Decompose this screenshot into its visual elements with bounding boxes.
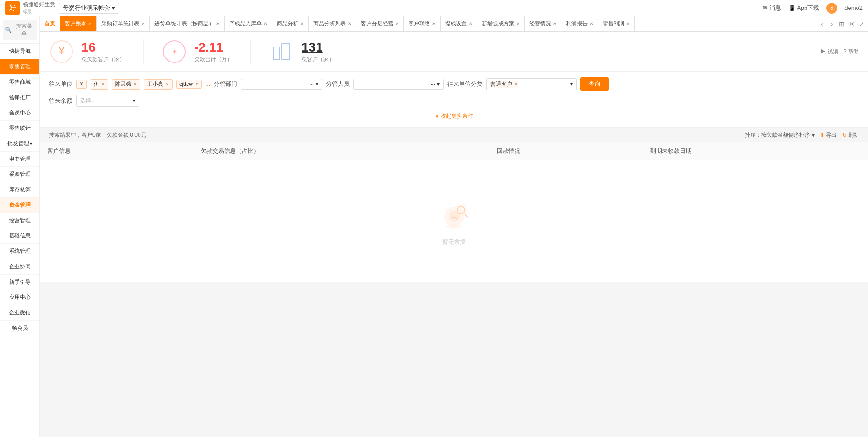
- filter-tag-wang: 王小亮 ✕: [144, 79, 173, 90]
- tab-retail-profit[interactable]: 零售利润 ✕: [598, 16, 635, 32]
- sidebar-item-basic-info[interactable]: 基础信息: [0, 228, 39, 244]
- tab-close-icon[interactable]: ✕: [395, 21, 399, 26]
- top-bar: 好 畅捷通好生意 标版 母婴行业演示帐套 ▾ ✉ 消息 📱 App下载 d de…: [0, 0, 868, 16]
- tab-close-icon[interactable]: ✕: [264, 21, 267, 26]
- tab-close-icon[interactable]: ✕: [516, 21, 520, 26]
- sidebar-item-vip[interactable]: 畅会员: [0, 321, 39, 336]
- sidebar-item-batch[interactable]: 批发管理 ▾: [0, 136, 39, 152]
- tab-menu-btn[interactable]: ⊞: [837, 19, 846, 28]
- tab-purchase-stats[interactable]: 进货单统计表（按商品） ✕: [150, 16, 225, 32]
- tab-ops[interactable]: 经营情况 ✕: [525, 16, 561, 32]
- tab-close-icon[interactable]: ✕: [216, 21, 220, 26]
- data-table: 客户信息 欠款交易信息（占比） 回款情况 到期未收款日期: [40, 142, 868, 282]
- message-btn[interactable]: ✉ 消息: [763, 4, 781, 12]
- sidebar-item-new-guide[interactable]: 新手引导: [0, 275, 39, 290]
- results-bar: 搜索结果中，客户0家 欠款金额 0.00元 排序：按欠款金额倒序排序 ▾ ⬆ 导…: [40, 128, 868, 142]
- tab-maximize-btn[interactable]: ⤢: [857, 19, 866, 28]
- query-button[interactable]: 查询: [580, 77, 609, 91]
- sort-select[interactable]: 排序：按欠款金额倒序排序 ▾: [745, 131, 815, 139]
- filter-tag-close-chen[interactable]: ✕: [133, 81, 137, 87]
- tab-next-btn[interactable]: ›: [827, 19, 836, 28]
- filter-tag-close-wu[interactable]: ✕: [101, 81, 105, 87]
- tab-production-inbound[interactable]: 产成品入库单 ✕: [225, 16, 272, 32]
- tab-close-icon[interactable]: ✕: [626, 21, 630, 26]
- filter-row-1: 往来单位 ✕ 伍 ✕ 陈民强 ✕ 王小亮 ✕: [49, 77, 859, 91]
- tab-new-raise[interactable]: 新增提成方案 ✕: [477, 16, 525, 32]
- tab-raise-settings[interactable]: 提成设置 ✕: [441, 16, 477, 32]
- empty-state: 暂无数据: [40, 160, 868, 282]
- svg-text:¥: ¥: [58, 45, 65, 57]
- tab-close-icon[interactable]: ✕: [348, 21, 351, 26]
- sort-chevron-icon: ▾: [812, 132, 815, 138]
- sidebar-item-marketing[interactable]: 营销推广: [0, 90, 39, 105]
- sidebar-item-inventory[interactable]: 库存核算: [0, 182, 39, 198]
- collapse-button[interactable]: ∧ 收起更多条件: [49, 110, 859, 122]
- sidebar-item-enterprise-wechat[interactable]: 企业微信: [0, 305, 39, 321]
- tenant-select[interactable]: 母婴行业演示帐套 ▾: [59, 3, 119, 14]
- app-download-btn[interactable]: 📱 App下载: [788, 4, 819, 12]
- sidebar-item-ops[interactable]: 经营管理: [0, 213, 39, 228]
- sidebar-item-member[interactable]: 会员中心: [0, 105, 39, 121]
- stat-icon-debt: ✦: [162, 39, 187, 64]
- tab-purchase-order[interactable]: 采购订单统计表 ✕: [97, 16, 150, 32]
- col-overdue-date: 到期未收款日期: [643, 142, 868, 160]
- person-more-icon: ···: [431, 81, 435, 87]
- tab-prev-btn[interactable]: ‹: [817, 19, 826, 28]
- filter-tag-close-unit[interactable]: ✕: [79, 81, 84, 87]
- unit-category-tag-close[interactable]: ✕: [514, 81, 518, 87]
- sidebar-item-app-center[interactable]: 应用中心: [0, 290, 39, 305]
- tab-product-analysis-list[interactable]: 商品分析列表 ✕: [309, 16, 356, 32]
- filter-tag-close-cjt[interactable]: ✕: [195, 81, 199, 87]
- tab-close-icon[interactable]: ✕: [141, 21, 145, 26]
- sidebar-item-retail-manage[interactable]: 零售管理: [0, 59, 39, 75]
- filter-more-btn[interactable]: ...: [206, 81, 210, 87]
- tab-customer-book[interactable]: 客户账本 ✕: [60, 16, 97, 32]
- person-dropdown[interactable]: ··· ▾: [353, 79, 444, 90]
- video-icon: ▶: [820, 48, 826, 55]
- results-summary: 搜索结果中，客户0家 欠款金额 0.00元: [49, 131, 146, 139]
- svg-point-7: [446, 224, 462, 229]
- sidebar-item-retail-mall[interactable]: 零售商城: [0, 75, 39, 90]
- svg-rect-5: [282, 43, 290, 60]
- sidebar-item-purchase[interactable]: 采购管理: [0, 167, 39, 182]
- tab-product-analysis[interactable]: 商品分析 ✕: [272, 16, 309, 32]
- tab-close-icon[interactable]: ✕: [88, 21, 92, 26]
- sidebar-item-quick-nav[interactable]: 快捷导航: [0, 44, 39, 59]
- tab-customer-tier[interactable]: 客户分层经营 ✕: [356, 16, 404, 32]
- chevron-down-icon-balance: ▾: [133, 98, 135, 104]
- svg-text:✦: ✦: [172, 48, 177, 56]
- tab-close-icon[interactable]: ✕: [432, 21, 436, 26]
- refresh-btn[interactable]: ↻ 刷新: [842, 131, 859, 139]
- filter-tag-wu: 伍 ✕: [91, 79, 108, 90]
- tab-close-icon[interactable]: ✕: [300, 21, 304, 26]
- top-right-links: ▶ 视频 ? 帮助: [820, 48, 859, 56]
- stat-label-debtors: 总欠款客户（家）: [82, 56, 125, 63]
- unit-category-dropdown[interactable]: 普通客户 ✕ ▾: [486, 78, 577, 90]
- dept-dropdown[interactable]: ··· ▾: [241, 79, 322, 90]
- filter-tag-close-wang[interactable]: ✕: [165, 81, 169, 87]
- balance-dropdown[interactable]: 选择... ▾: [76, 95, 139, 107]
- help-link[interactable]: ? 帮助: [844, 48, 859, 56]
- tab-profit-report[interactable]: 利润报告 ✕: [561, 16, 598, 32]
- sidebar-item-funds[interactable]: 资金管理: [0, 198, 39, 213]
- sidebar-item-sys[interactable]: 系统管理: [0, 244, 39, 259]
- results-bar-right: 排序：按欠款金额倒序排序 ▾ ⬆ 导出 ↻ 刷新: [745, 131, 859, 139]
- content-area: 首页 客户账本 ✕ 采购订单统计表 ✕ 进货单统计表（按商品） ✕ 产成品入库单…: [40, 16, 868, 437]
- tab-home[interactable]: 首页: [40, 16, 60, 32]
- video-link[interactable]: ▶ 视频: [820, 48, 838, 56]
- balance-label: 往来余额: [49, 97, 72, 105]
- avatar[interactable]: d: [826, 3, 837, 14]
- empty-label: 暂无数据: [442, 238, 466, 246]
- tab-close-icon[interactable]: ✕: [469, 21, 472, 26]
- export-btn[interactable]: ⬆ 导出: [820, 131, 837, 139]
- sidebar-item-retail-stats[interactable]: 零售统计: [0, 121, 39, 136]
- sidebar-item-ecom[interactable]: 电商管理: [0, 152, 39, 167]
- tab-close-icon[interactable]: ✕: [590, 21, 593, 26]
- stat-value-debtors: 16: [82, 40, 125, 55]
- search-menu-button[interactable]: 🔍 搜索菜单: [3, 20, 37, 40]
- sidebar-item-enterprise-coop[interactable]: 企业协同: [0, 259, 39, 275]
- tab-customer-contact[interactable]: 客户联络 ✕: [404, 16, 441, 32]
- tab-close-icon[interactable]: ✕: [553, 21, 556, 26]
- unit-label: 往来单位: [49, 80, 72, 88]
- tab-close-all-btn[interactable]: ✕: [847, 19, 856, 28]
